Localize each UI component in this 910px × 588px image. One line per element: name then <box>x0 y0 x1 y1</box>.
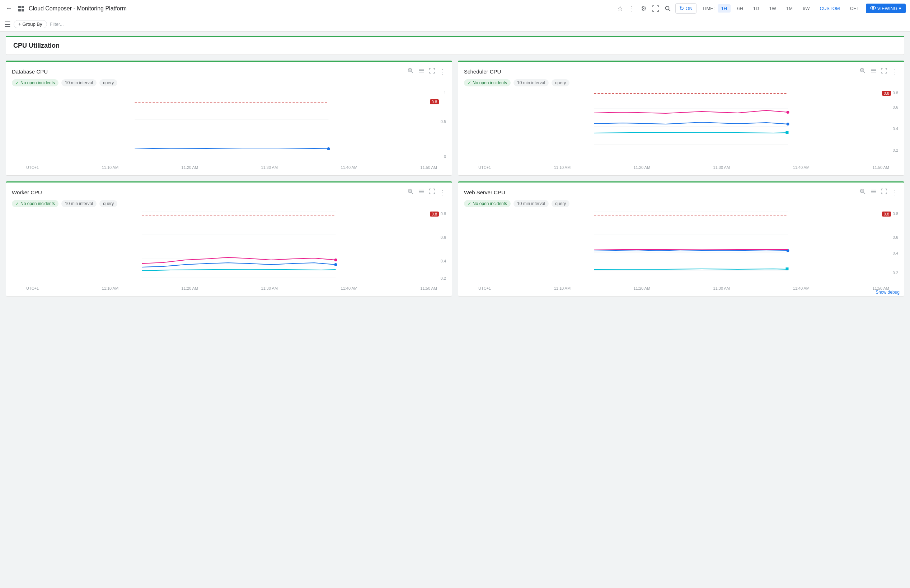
zoom-icon[interactable] <box>860 68 866 76</box>
legend-icon[interactable] <box>870 188 877 197</box>
search-icon[interactable] <box>663 4 672 13</box>
no-incidents-badge: ✓ No open incidents <box>464 79 511 86</box>
worker-cpu-title: Worker CPU <box>12 189 407 195</box>
query-badge: query <box>552 79 570 86</box>
time-1h-button[interactable]: 1H <box>718 4 731 13</box>
web-server-cpu-card: Web Server CPU <box>458 181 904 297</box>
legend-icon[interactable] <box>418 68 424 76</box>
scheduler-cpu-chart: 0.8 0.6 0.4 0.2 0.8 <box>464 91 898 162</box>
charts-grid: Database CPU <box>6 61 904 297</box>
svg-point-4 <box>665 6 669 10</box>
worker-cpu-card: Worker CPU <box>6 181 452 297</box>
fullscreen-chart-icon[interactable] <box>881 68 887 76</box>
svg-rect-1 <box>21 6 24 8</box>
more-options-icon[interactable]: ⋮ <box>627 3 636 14</box>
svg-rect-62 <box>786 268 789 270</box>
filter-input[interactable]: Filter... <box>50 21 64 27</box>
back-button[interactable]: ← <box>4 3 14 14</box>
database-cpu-card: Database CPU <box>6 61 452 176</box>
fullscreen-icon[interactable] <box>651 4 660 13</box>
web-server-cpu-title: Web Server CPU <box>464 189 860 195</box>
svg-line-21 <box>864 72 866 73</box>
time-1w-button[interactable]: 1W <box>765 4 780 13</box>
database-cpu-svg <box>26 91 452 159</box>
svg-point-19 <box>327 147 330 150</box>
x-axis: UTC+1 11:10 AM 11:20 AM 11:30 AM 11:40 A… <box>26 286 437 291</box>
fullscreen-chart-icon[interactable] <box>429 188 435 197</box>
star-icon[interactable]: ☆ <box>616 3 624 14</box>
section-title: CPU Utilization <box>13 42 897 50</box>
worker-cpu-badges: ✓ No open incidents 10 min interval quer… <box>12 200 446 207</box>
database-cpu-title: Database CPU <box>12 68 407 74</box>
more-chart-icon[interactable]: ⋮ <box>440 68 446 76</box>
scheduler-cpu-card: Scheduler CPU <box>458 61 904 176</box>
zoom-icon[interactable] <box>407 188 414 197</box>
zoom-icon[interactable] <box>860 188 866 197</box>
custom-time-button[interactable]: CUSTOM <box>816 4 844 13</box>
x-1140: 11:40 AM <box>341 165 358 170</box>
toolbar: ← Cloud Composer - Monitoring Platform ☆… <box>0 0 910 17</box>
page-content: CPU Utilization Database CPU <box>0 36 910 302</box>
time-label: TIME: <box>702 6 715 11</box>
more-chart-icon[interactable]: ⋮ <box>892 189 898 197</box>
svg-point-32 <box>787 111 789 114</box>
check-icon: ✓ <box>468 201 471 206</box>
no-incidents-badge: ✓ No open incidents <box>464 200 511 207</box>
refresh-icon: ↻ <box>679 5 684 12</box>
web-server-cpu-badges: ✓ No open incidents 10 min interval quer… <box>464 200 898 207</box>
svg-line-50 <box>864 192 866 194</box>
worker-cpu-svg <box>26 212 452 279</box>
query-badge: query <box>99 200 117 207</box>
legend-icon[interactable] <box>870 68 877 76</box>
database-cpu-badges: ✓ No open incidents 10 min interval quer… <box>12 79 446 86</box>
svg-line-9 <box>411 72 413 73</box>
fullscreen-chart-icon[interactable] <box>881 188 887 197</box>
eye-icon <box>870 5 876 12</box>
svg-line-5 <box>669 9 671 11</box>
x-1120: 11:20 AM <box>181 165 198 170</box>
scheduler-cpu-badges: ✓ No open incidents 10 min interval quer… <box>464 79 898 86</box>
time-1d-button[interactable]: 1D <box>750 4 763 13</box>
refresh-on-button[interactable]: ↻ ON <box>675 3 696 14</box>
scheduler-cpu-svg <box>478 91 904 159</box>
cet-timezone-button[interactable]: CET <box>847 4 863 13</box>
show-debug-link[interactable]: Show debug <box>876 289 900 295</box>
time-6w-button[interactable]: 6W <box>799 4 813 13</box>
x-axis: UTC+1 11:10 AM 11:20 AM 11:30 AM 11:40 A… <box>478 165 889 170</box>
interval-badge: 10 min interval <box>62 79 97 86</box>
grid-icon[interactable] <box>16 4 26 13</box>
viewing-chevron-icon: ▾ <box>899 6 901 11</box>
group-by-label: Group By <box>23 21 42 27</box>
show-debug-anchor[interactable]: Show debug <box>876 290 900 295</box>
web-server-cpu-chart: 0.8 0.6 0.4 0.2 0.8 <box>464 212 898 283</box>
check-icon: ✓ <box>15 201 19 206</box>
x-axis: UTC+1 11:10 AM 11:20 AM 11:30 AM 11:40 A… <box>26 165 437 170</box>
viewing-button[interactable]: VIEWING ▾ <box>866 3 906 13</box>
worker-cpu-actions: ⋮ <box>407 188 446 197</box>
worker-cpu-chart: 0.8 0.6 0.4 0.2 0.8 <box>12 212 446 283</box>
check-icon: ✓ <box>468 80 471 85</box>
x-1110: 11:10 AM <box>102 165 118 170</box>
section-header: CPU Utilization <box>6 36 904 55</box>
no-incidents-badge: ✓ No open incidents <box>12 79 58 86</box>
time-1m-button[interactable]: 1M <box>783 4 796 13</box>
web-server-cpu-actions: ⋮ <box>860 188 898 197</box>
svg-line-36 <box>411 192 413 194</box>
group-by-button[interactable]: + Group By <box>14 20 47 28</box>
more-chart-icon[interactable]: ⋮ <box>440 189 446 197</box>
more-chart-icon[interactable]: ⋮ <box>892 68 898 76</box>
filter-menu-icon[interactable]: ☰ <box>4 20 11 29</box>
refresh-label: ON <box>685 6 693 11</box>
query-badge: query <box>552 200 570 207</box>
x-utc: UTC+1 <box>26 165 39 170</box>
x-axis: UTC+1 11:10 AM 11:20 AM 11:30 AM 11:40 A… <box>478 286 889 291</box>
legend-icon[interactable] <box>418 188 424 197</box>
settings-icon[interactable]: ⚙ <box>640 3 648 14</box>
time-6h-button[interactable]: 6H <box>734 4 747 13</box>
scheduler-cpu-title: Scheduler CPU <box>464 68 860 74</box>
fullscreen-chart-icon[interactable] <box>429 68 435 76</box>
interval-badge: 10 min interval <box>513 200 549 207</box>
scheduler-cpu-actions: ⋮ <box>860 68 898 76</box>
zoom-icon[interactable] <box>407 68 414 76</box>
svg-point-48 <box>334 258 337 262</box>
